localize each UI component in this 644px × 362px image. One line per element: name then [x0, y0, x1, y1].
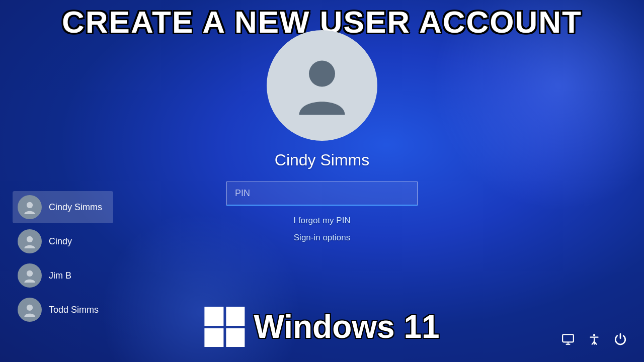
user-list-item-cindy[interactable]: Cindy [13, 225, 113, 257]
svg-point-2 [27, 270, 33, 277]
user-name-label-todd-simms: Todd Simms [49, 305, 99, 315]
svg-point-0 [27, 202, 33, 208]
bottom-right-icons [559, 331, 629, 348]
user-list-item-jim-b[interactable]: Jim B [13, 259, 113, 292]
windows-logo [204, 307, 245, 347]
user-list-item-cindy-simms[interactable]: Cindy Simms [13, 191, 113, 223]
svg-point-4 [309, 61, 335, 87]
user-list: Cindy Simms Cindy Jim B Todd Simms [13, 191, 113, 326]
user-name-label-cindy: Cindy [49, 236, 72, 247]
main-user-avatar [267, 30, 377, 141]
pin-input[interactable] [226, 182, 418, 206]
center-login-panel: Cindy Simms I forgot my PIN Sign-in opti… [226, 30, 418, 243]
power-icon[interactable] [612, 331, 629, 348]
pin-input-wrapper [226, 182, 418, 206]
logo-square-tl [204, 307, 223, 326]
user-list-item-todd-simms[interactable]: Todd Simms [13, 294, 113, 326]
logo-square-br [226, 328, 245, 347]
user-avatar-small-cindy-simms [18, 195, 42, 219]
sign-in-options-button[interactable]: Sign-in options [294, 233, 350, 243]
user-name-label-cindy-simms: Cindy Simms [49, 202, 102, 213]
svg-point-8 [593, 334, 595, 336]
network-icon[interactable] [559, 331, 577, 348]
windows-brand: Windows 11 [204, 307, 439, 347]
user-avatar-small-jim-b [18, 263, 42, 288]
forgot-pin-button[interactable]: I forgot my PIN [293, 216, 350, 226]
logo-square-tr [226, 307, 245, 326]
accessibility-icon[interactable] [586, 331, 603, 348]
user-avatar-small-cindy [18, 229, 42, 253]
svg-point-3 [27, 305, 33, 311]
windows-brand-text: Windows 11 [254, 308, 439, 345]
user-name-label-jim-b: Jim B [49, 270, 71, 281]
svg-point-1 [27, 236, 33, 242]
user-avatar-small-todd-simms [18, 298, 42, 322]
svg-rect-5 [562, 334, 574, 342]
main-username: Cindy Simms [275, 151, 369, 169]
logo-square-bl [204, 328, 223, 347]
